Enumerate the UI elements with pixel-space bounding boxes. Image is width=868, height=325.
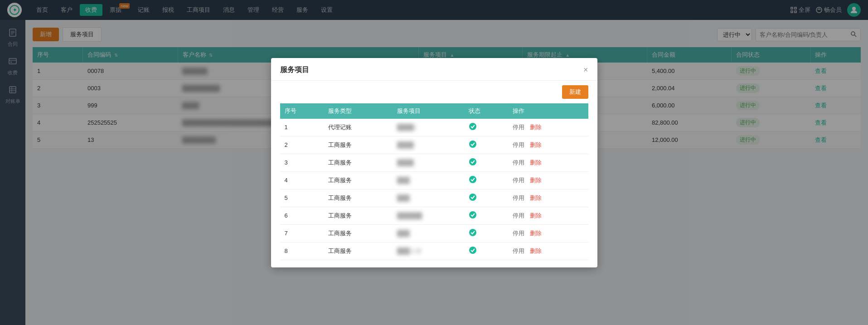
svg-point-26	[469, 211, 476, 218]
modal-close-button[interactable]: ×	[583, 65, 588, 75]
stop-button[interactable]: 停用	[513, 177, 524, 184]
modal-cell-type: 工商服务	[324, 189, 393, 207]
modal-cell-type: 工商服务	[324, 136, 393, 154]
modal-cell-action: 停用 删除	[508, 171, 588, 189]
stop-button[interactable]: 停用	[513, 159, 524, 166]
status-check-icon	[469, 177, 477, 185]
delete-button[interactable]: 删除	[530, 177, 542, 184]
svg-point-28	[469, 247, 476, 254]
modal-table-row: 2 工商服务 ████ 停用 删除	[280, 136, 588, 154]
modal-th-action: 操作	[508, 103, 588, 119]
delete-button[interactable]: 删除	[530, 194, 542, 201]
status-check-icon	[469, 213, 477, 220]
modal-cell-status	[464, 189, 508, 207]
modal-cell-index: 6	[280, 207, 324, 224]
modal-table-row: 3 工商服务 ████ 停用 删除	[280, 154, 588, 171]
modal-cell-type: 工商服务	[324, 224, 393, 242]
status-check-icon	[469, 230, 477, 238]
modal-cell-status	[464, 171, 508, 189]
modal-cell-index: 1	[280, 119, 324, 136]
modal-table-row: 7 工商服务 ███ 停用 删除	[280, 224, 588, 242]
modal-cell-type: 工商服务	[324, 171, 393, 189]
svg-point-23	[469, 158, 476, 165]
modal-cell-project: ██████	[393, 207, 465, 224]
modal-cell-index: 3	[280, 154, 324, 171]
modal-table-row: 8 工商服务 ███注册 停用 删除	[280, 242, 588, 260]
stop-button[interactable]: 停用	[513, 247, 524, 254]
modal-cell-action: 停用 删除	[508, 119, 588, 136]
modal-th-project: 服务项目	[393, 103, 465, 119]
stop-button[interactable]: 停用	[513, 212, 524, 219]
service-items-table: 序号 服务类型 服务项目 状态 操作 1 代理记账 ████1 停用 删除 2	[280, 103, 588, 260]
modal-cell-type: 工商服务	[324, 207, 393, 224]
modal-cell-action: 停用 删除	[508, 136, 588, 154]
svg-point-21	[469, 123, 476, 130]
modal-table-row: 1 代理记账 ████1 停用 删除	[280, 119, 588, 136]
modal-cell-project: ███	[393, 224, 465, 242]
modal-cell-status	[464, 207, 508, 224]
modal-cell-type: 工商服务	[324, 154, 393, 171]
svg-point-22	[469, 141, 476, 148]
svg-point-27	[469, 229, 476, 236]
modal-cell-project: ████	[393, 154, 465, 171]
modal-cell-project: ███	[393, 189, 465, 207]
modal-table-row: 5 工商服务 ███ 停用 删除	[280, 189, 588, 207]
modal-cell-action: 停用 删除	[508, 207, 588, 224]
modal-cell-project: ███注册	[393, 242, 465, 260]
delete-button[interactable]: 删除	[530, 247, 542, 254]
delete-button[interactable]: 删除	[530, 124, 542, 131]
status-check-icon	[469, 195, 477, 203]
delete-button[interactable]: 删除	[530, 159, 542, 166]
modal-cell-status	[464, 119, 508, 136]
modal-th-index: 序号	[280, 103, 324, 119]
modal-table-wrap: 序号 服务类型 服务项目 状态 操作 1 代理记账 ████1 停用 删除 2	[271, 103, 597, 267]
stop-button[interactable]: 停用	[513, 141, 524, 148]
modal-cell-index: 2	[280, 136, 324, 154]
modal-cell-action: 停用 删除	[508, 154, 588, 171]
modal-cell-index: 5	[280, 189, 324, 207]
modal-cell-index: 8	[280, 242, 324, 260]
modal-table-row: 4 工商服务 ███ 停用 删除	[280, 171, 588, 189]
modal-cell-project: ████1	[393, 119, 465, 136]
modal-cell-status	[464, 154, 508, 171]
stop-button[interactable]: 停用	[513, 124, 524, 131]
service-modal: 服务项目 × 新建 序号 服务类型 服务项目 状态 操作 1 代理记账	[271, 58, 597, 267]
modal-cell-status	[464, 224, 508, 242]
status-check-icon	[469, 160, 477, 167]
modal-cell-action: 停用 删除	[508, 242, 588, 260]
modal-cell-action: 停用 删除	[508, 189, 588, 207]
modal-cell-action: 停用 删除	[508, 224, 588, 242]
modal-th-status: 状态	[464, 103, 508, 119]
stop-button[interactable]: 停用	[513, 194, 524, 201]
modal-th-type: 服务类型	[324, 103, 393, 119]
delete-button[interactable]: 删除	[530, 141, 542, 148]
status-check-icon	[469, 124, 477, 132]
modal-cell-type: 工商服务	[324, 242, 393, 260]
modal-new-button[interactable]: 新建	[562, 85, 588, 99]
delete-button[interactable]: 删除	[530, 230, 542, 237]
modal-toolbar: 新建	[271, 81, 597, 103]
stop-button[interactable]: 停用	[513, 230, 524, 237]
modal-cell-type: 代理记账	[324, 119, 393, 136]
modal-table-row: 6 工商服务 ██████ 停用 删除	[280, 207, 588, 224]
modal-cell-index: 7	[280, 224, 324, 242]
svg-point-25	[469, 194, 476, 201]
modal-cell-project: ███	[393, 171, 465, 189]
status-check-icon	[469, 248, 477, 256]
modal-cell-project: ████	[393, 136, 465, 154]
status-check-icon	[469, 142, 477, 150]
modal-header-row: 序号 服务类型 服务项目 状态 操作	[280, 103, 588, 119]
delete-button[interactable]: 删除	[530, 212, 542, 219]
svg-point-24	[469, 176, 476, 183]
modal-cell-index: 4	[280, 171, 324, 189]
modal-cell-status	[464, 136, 508, 154]
modal-overlay[interactable]: 服务项目 × 新建 序号 服务类型 服务项目 状态 操作 1 代理记账	[0, 0, 868, 325]
modal-cell-status	[464, 242, 508, 260]
modal-title: 服务项目	[280, 65, 309, 75]
modal-header: 服务项目 ×	[271, 58, 597, 81]
